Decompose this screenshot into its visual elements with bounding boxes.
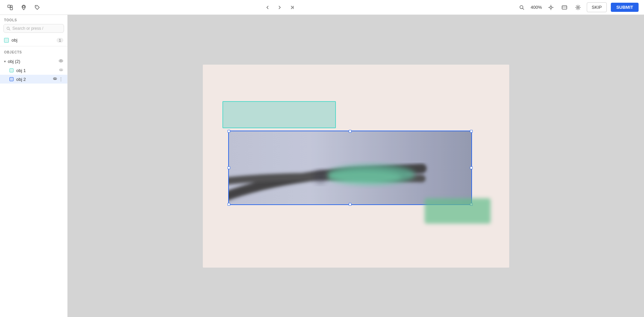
- search-box[interactable]: [3, 24, 64, 33]
- handle-ml[interactable]: [228, 166, 230, 169]
- object-item-1[interactable]: obj 1: [0, 66, 67, 75]
- view-icon-btn[interactable]: [560, 3, 569, 12]
- scissors-visual: [229, 131, 471, 204]
- obj2-color-box: [9, 77, 14, 81]
- search-icon: [6, 26, 10, 31]
- next-btn[interactable]: [275, 3, 284, 12]
- tool-name: obj: [12, 38, 17, 43]
- tool-count: 1: [57, 38, 63, 43]
- svg-rect-0: [8, 5, 10, 7]
- submit-button[interactable]: SUBMIT: [611, 3, 639, 12]
- more-icon-obj2[interactable]: ⋮: [59, 76, 63, 82]
- handle-tm[interactable]: [349, 130, 351, 133]
- toolbar-center: [263, 3, 297, 12]
- obj2-annotation[interactable]: [228, 131, 472, 205]
- group-left: ▾ obj (2): [4, 59, 20, 64]
- left-sidebar: TOOLS obj 1 OBJECTS ▾ obj (2): [0, 15, 68, 317]
- toolbar-right: 400% SKIP SUBMIT: [517, 2, 639, 12]
- green-blob: [425, 198, 491, 224]
- canvas-container: [203, 65, 509, 268]
- svg-point-21: [55, 78, 56, 79]
- zoom-level: 400%: [531, 5, 542, 10]
- svg-point-20: [53, 78, 57, 80]
- obj2-name: obj 2: [16, 77, 26, 82]
- svg-point-14: [577, 6, 579, 8]
- tools-label: TOOLS: [0, 15, 67, 24]
- canvas-area[interactable]: [68, 15, 644, 317]
- handle-bm[interactable]: [349, 203, 351, 206]
- svg-point-4: [36, 6, 37, 7]
- obj1-left: obj 1: [9, 68, 26, 73]
- obj1-color-box: [9, 68, 14, 72]
- svg-rect-12: [562, 6, 567, 9]
- search-input[interactable]: [13, 26, 61, 31]
- obj1-actions: [59, 68, 63, 73]
- tool-color-box: [4, 38, 9, 43]
- object-item-2[interactable]: obj 2 ⋮: [0, 75, 67, 84]
- location-icon-btn[interactable]: [19, 3, 28, 12]
- obj1-annotation[interactable]: [222, 101, 336, 128]
- tag-icon-btn[interactable]: [33, 3, 42, 12]
- handle-mr[interactable]: [470, 166, 473, 169]
- prev-btn[interactable]: [263, 3, 272, 12]
- main-area: TOOLS obj 1 OBJECTS ▾ obj (2): [0, 15, 644, 317]
- divider-1: [0, 46, 67, 46]
- shapes-icon-btn[interactable]: [5, 3, 15, 12]
- scissors-svg: [229, 131, 471, 204]
- brightness-icon-btn[interactable]: [546, 3, 556, 12]
- objects-label: OBJECTS: [0, 48, 67, 55]
- svg-point-17: [61, 61, 62, 62]
- handle-bl[interactable]: [228, 203, 230, 206]
- group-name: obj (2): [8, 59, 20, 64]
- chevron-down-icon: ▾: [4, 60, 6, 63]
- svg-point-15: [7, 27, 9, 29]
- last-btn[interactable]: [287, 3, 297, 12]
- obj2-actions: ⋮: [53, 76, 63, 82]
- eye-icon-obj2[interactable]: [53, 76, 57, 82]
- skip-button[interactable]: SKIP: [587, 2, 607, 12]
- eye-icon-obj1[interactable]: [59, 68, 63, 73]
- handle-tr[interactable]: [470, 130, 473, 133]
- object-group-header[interactable]: ▾ obj (2): [0, 57, 67, 66]
- svg-point-24: [327, 169, 402, 184]
- object-group: ▾ obj (2) obj 1: [0, 55, 67, 85]
- svg-point-2: [10, 5, 13, 7]
- top-toolbar: 400% SKIP SUBMIT: [0, 0, 644, 15]
- settings-icon-btn[interactable]: [573, 3, 583, 12]
- svg-point-18: [60, 69, 63, 71]
- svg-point-19: [61, 69, 62, 70]
- svg-point-7: [550, 6, 552, 8]
- obj2-left: obj 2: [9, 77, 26, 82]
- obj1-name: obj 1: [16, 68, 26, 73]
- svg-rect-1: [10, 7, 13, 10]
- svg-point-25: [314, 170, 327, 184]
- tool-item-obj[interactable]: obj 1: [0, 36, 67, 45]
- svg-point-16: [59, 60, 63, 62]
- handle-tl[interactable]: [228, 130, 230, 133]
- eye-icon-group[interactable]: [59, 59, 63, 64]
- svg-point-3: [23, 6, 25, 8]
- tool-item-left: obj: [4, 38, 17, 43]
- toolbar-left: [5, 3, 42, 12]
- zoom-icon-btn[interactable]: [517, 3, 527, 12]
